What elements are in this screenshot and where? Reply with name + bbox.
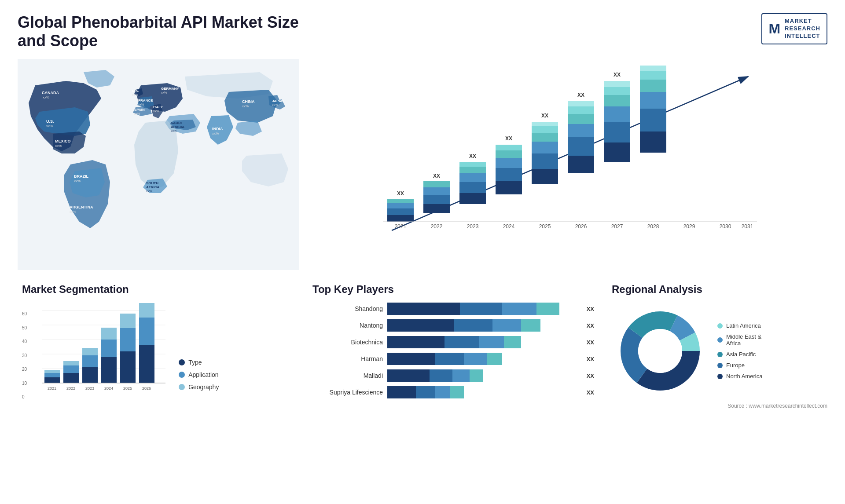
svg-text:xx%: xx% — [134, 112, 140, 115]
svg-text:XX: XX — [686, 63, 693, 65]
logo: M MARKET RESEARCH INTELLECT — [761, 13, 827, 44]
reg-legend-item-mea: Middle East &Africa — [717, 333, 762, 347]
svg-text:2025: 2025 — [539, 223, 551, 230]
logo-letter: M — [768, 21, 780, 37]
player-bar-container — [387, 353, 579, 365]
svg-rect-118 — [101, 328, 117, 340]
player-xx: XX — [587, 389, 594, 396]
logo-line1: MARKET — [785, 18, 820, 25]
svg-text:XX: XX — [614, 72, 621, 78]
bar-seg4 — [536, 303, 559, 315]
svg-text:U.K.: U.K. — [132, 89, 139, 93]
seg-y-label: 60 — [22, 311, 27, 316]
player-row: Biotechnica XX — [312, 336, 594, 348]
reg-dot-na — [717, 374, 723, 379]
player-bar-container — [387, 336, 579, 348]
svg-text:xx%: xx% — [242, 104, 249, 108]
player-row: Nantong XX — [312, 319, 594, 332]
svg-text:2028: 2028 — [647, 223, 659, 230]
svg-rect-36 — [387, 208, 414, 215]
svg-rect-121 — [120, 328, 136, 351]
source-footer: Source : www.marketresearchintellect.com — [18, 403, 827, 409]
player-name: Nantong — [312, 322, 383, 329]
player-name: Harman — [312, 355, 383, 362]
svg-rect-88 — [640, 80, 666, 92]
svg-text:xx%: xx% — [74, 179, 81, 183]
regional-title: Regional Analysis — [612, 283, 823, 296]
svg-text:ARGENTINA: ARGENTINA — [70, 205, 93, 209]
player-bar-container — [387, 386, 579, 398]
svg-text:CANADA: CANADA — [42, 91, 59, 95]
svg-text:CHINA: CHINA — [242, 99, 255, 104]
reg-dot-apac — [717, 352, 723, 357]
reg-dot-mea — [717, 337, 723, 343]
reg-legend-item-europe: Europe — [717, 362, 762, 369]
svg-rect-90 — [640, 66, 666, 71]
map-container: CANADA xx% U.S. xx% MEXICO xx% BRAZIL xx… — [18, 59, 299, 270]
bar-seg4 — [521, 319, 540, 332]
bar-seg3 — [479, 336, 504, 348]
svg-text:XX: XX — [650, 63, 657, 65]
svg-text:2027: 2027 — [611, 223, 623, 230]
bar-seg3 — [464, 353, 487, 365]
svg-text:ARABIA: ARABIA — [171, 125, 184, 129]
svg-rect-54 — [496, 181, 522, 194]
bar-seg3 — [492, 319, 521, 332]
svg-rect-44 — [423, 181, 450, 187]
svg-rect-116 — [101, 357, 117, 383]
svg-text:2023: 2023 — [467, 223, 479, 230]
svg-rect-106 — [44, 370, 60, 373]
main-grid: CANADA xx% U.S. xx% MEXICO xx% BRAZIL xx… — [18, 59, 827, 399]
svg-rect-61 — [532, 169, 558, 184]
svg-text:2023: 2023 — [85, 386, 94, 391]
svg-rect-63 — [532, 142, 558, 153]
svg-rect-69 — [568, 156, 594, 173]
svg-text:2021: 2021 — [48, 386, 56, 391]
svg-text:U.S.: U.S. — [46, 119, 54, 124]
bar-seg1 — [387, 319, 454, 332]
player-bar-container — [387, 319, 579, 332]
svg-rect-112 — [82, 367, 98, 383]
svg-text:INDIA: INDIA — [212, 127, 223, 131]
seg-y-label: 0 — [22, 394, 27, 399]
reg-dot-latin — [717, 323, 723, 329]
bar-seg1 — [387, 303, 460, 315]
svg-rect-126 — [139, 303, 154, 318]
seg-chart-svg: 2021 2022 2023 2024 — [42, 303, 165, 399]
svg-rect-110 — [63, 361, 79, 365]
svg-rect-35 — [387, 215, 414, 222]
svg-text:xx%: xx% — [55, 144, 62, 148]
reg-legend-item-apac: Asia Pacific — [717, 351, 762, 358]
player-bar — [387, 319, 579, 332]
legend-item-application: Application — [179, 371, 219, 378]
bottom-grid: Market Segmentation 0 10 20 30 40 50 60 — [18, 283, 827, 399]
players-list: Shandong XX Nantong — [312, 303, 594, 398]
player-bar — [387, 369, 579, 382]
svg-rect-105 — [44, 373, 60, 377]
svg-rect-42 — [423, 195, 450, 204]
svg-rect-73 — [568, 106, 594, 114]
svg-rect-81 — [604, 87, 630, 95]
svg-rect-114 — [82, 348, 98, 355]
svg-rect-49 — [459, 173, 486, 182]
svg-text:2025: 2025 — [123, 386, 132, 391]
bar-seg4 — [487, 353, 502, 365]
bar-seg3 — [435, 386, 451, 398]
svg-rect-122 — [120, 314, 136, 328]
reg-label-mea: Middle East &Africa — [726, 333, 761, 347]
player-bar — [387, 336, 579, 348]
svg-rect-113 — [82, 355, 98, 367]
svg-text:ITALY: ITALY — [153, 105, 163, 109]
svg-text:xx%: xx% — [272, 103, 278, 106]
bar-seg2 — [416, 386, 435, 398]
bar-seg1 — [387, 336, 445, 348]
svg-text:2031: 2031 — [742, 223, 753, 230]
bar-seg4 — [504, 336, 521, 348]
player-name: Supriya Lifescience — [312, 389, 383, 396]
svg-rect-64 — [532, 133, 558, 142]
seg-y-label: 20 — [22, 367, 27, 372]
svg-rect-50 — [459, 167, 486, 173]
legend-label-application: Application — [188, 371, 219, 378]
segmentation-section: Market Segmentation 0 10 20 30 40 50 60 — [18, 283, 299, 399]
svg-rect-38 — [387, 199, 414, 203]
